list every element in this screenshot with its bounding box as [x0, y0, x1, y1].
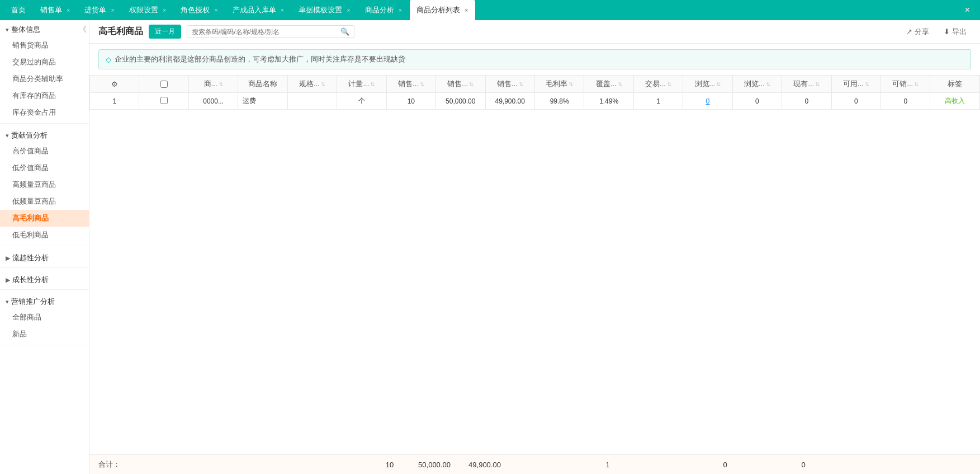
nav-tab-template_settings[interactable]: 单据模板设置×: [292, 0, 357, 20]
col-header-sale_cost[interactable]: 销售...⇅: [485, 76, 534, 93]
nav-tab-close-template_settings[interactable]: ×: [347, 7, 350, 13]
sort-icon-sale_amt[interactable]: ⇅: [469, 81, 474, 87]
nav-tab-purchase[interactable]: 进货单×: [78, 0, 121, 20]
sidebar-collapse-button[interactable]: 《: [79, 25, 87, 35]
info-banner: ◇ 企业的主要的利润都是这部分商品创造的，可考虑加大推广，同时关注库存是不要出现…: [98, 49, 971, 69]
col-header-saleable[interactable]: 可销...⇅: [881, 76, 930, 93]
sidebar-group-trend_analysis[interactable]: ▶流趋性分析: [0, 248, 89, 265]
row-checkbox-0[interactable]: [160, 97, 168, 104]
nav-tab-close-sales[interactable]: ×: [67, 7, 70, 13]
share-icon: ↗: [906, 27, 912, 36]
footer-cell-11: 1: [588, 461, 627, 469]
sort-icon-sale_cost[interactable]: ⇅: [519, 81, 523, 87]
home-tab[interactable]: 首页: [4, 0, 32, 20]
sidebar-item-analysis_assist[interactable]: 商品分类辅助率: [0, 71, 89, 87]
nav-tab-product_analysis[interactable]: 商品分析×: [358, 0, 409, 20]
search-input[interactable]: [192, 28, 340, 36]
nav-tab-close-product_entry[interactable]: ×: [281, 7, 284, 13]
col-header-spec[interactable]: 规格...⇅: [287, 76, 337, 93]
col-header-num[interactable]: ⚙: [90, 76, 139, 93]
nav-tab-sales[interactable]: 销售单×: [34, 0, 77, 20]
filter-recent-month-button[interactable]: 近一月: [149, 25, 181, 39]
search-box[interactable]: 🔍: [187, 25, 354, 38]
export-button[interactable]: ⬇ 导出: [939, 25, 971, 39]
col-header-cover[interactable]: 覆盖...⇅: [584, 76, 633, 93]
nav-tab-product_analysis_list[interactable]: 商品分析列表×: [410, 0, 475, 20]
col-header-check[interactable]: [139, 76, 188, 93]
cell-trade-0: 1: [633, 93, 683, 110]
sidebar-item-low_freq[interactable]: 低频量豆商品: [0, 193, 89, 210]
share-button[interactable]: ↗ 分享: [902, 25, 934, 39]
info-banner-text: 企业的主要的利润都是这部分商品创造的，可考虑加大推广，同时关注库存是不要出现缺货: [115, 54, 405, 64]
cell-spec-0: [287, 93, 337, 110]
sidebar-item-high_margin[interactable]: 高毛利商品: [0, 210, 89, 227]
sidebar-item-new_goods[interactable]: 新品: [0, 326, 89, 342]
col-header-name[interactable]: 商品名称: [238, 76, 287, 93]
col-label-unit: 计量...: [348, 79, 369, 89]
col-header-sale_amt[interactable]: 销售...⇅: [436, 76, 485, 93]
sidebar-item-traded_goods[interactable]: 交易过的商品: [0, 54, 89, 71]
nav-tab-close-role_permission[interactable]: ×: [214, 7, 217, 13]
content-header: 高毛利商品 近一月 🔍 ↗ 分享 ⬇ 导出: [89, 20, 980, 44]
settings-icon[interactable]: ⚙: [111, 80, 118, 88]
cell-sale_amt-0: 50,000.00: [436, 93, 485, 110]
sidebar-item-sales_goods[interactable]: 销售货商品: [0, 37, 89, 54]
nav-tab-label: 商品分析列表: [416, 5, 460, 15]
sort-icon-browse2[interactable]: ⇅: [766, 81, 770, 87]
sidebar-group-growth_analysis[interactable]: ▶成长性分析: [0, 270, 89, 287]
search-icon[interactable]: 🔍: [340, 27, 349, 36]
sidebar-group-asset_analysis[interactable]: ▾贡献值分析: [0, 126, 89, 143]
sidebar-group-marketing_analysis[interactable]: ▾营销推广分析: [0, 292, 89, 309]
browse-link[interactable]: 0: [706, 97, 709, 105]
sidebar-divider: [0, 123, 89, 124]
sidebar-item-high_value[interactable]: 高价值商品: [0, 143, 89, 159]
sidebar-item-low_value[interactable]: 低价值商品: [0, 159, 89, 176]
table-wrapper: ⚙商...⇅商品名称规格...⇅计量...⇅销售...⇅销售...⇅销售...⇅…: [89, 75, 980, 474]
col-header-stock2[interactable]: 可用...⇅: [831, 76, 880, 93]
sort-icon-gross_rate[interactable]: ⇅: [569, 81, 573, 87]
sidebar-divider: [0, 289, 89, 290]
sidebar-item-low_margin[interactable]: 低毛利商品: [0, 227, 89, 243]
nav-tab-product_entry[interactable]: 产成品入库单×: [226, 0, 291, 20]
nav-tab-close-permission_settings[interactable]: ×: [163, 7, 166, 13]
nav-tab-permission_settings[interactable]: 权限设置×: [122, 0, 173, 20]
sort-icon-stock1[interactable]: ⇅: [815, 81, 820, 87]
nav-tab-role_permission[interactable]: 角色授权×: [174, 0, 224, 20]
col-header-tag[interactable]: 标签: [930, 76, 980, 93]
col-label-sale_cost: 销售...: [497, 79, 518, 89]
select-all-checkbox[interactable]: [160, 81, 168, 88]
nav-tab-close-product_analysis_list[interactable]: ×: [465, 7, 468, 13]
col-header-code[interactable]: 商...⇅: [188, 76, 238, 93]
col-header-sale_qty[interactable]: 销售...⇅: [386, 76, 435, 93]
nav-tab-close-purchase[interactable]: ×: [111, 7, 114, 13]
col-header-browse2[interactable]: 浏览...⇅: [732, 76, 782, 93]
sort-icon-sale_qty[interactable]: ⇅: [420, 81, 424, 87]
col-header-unit[interactable]: 计量...⇅: [337, 76, 386, 93]
sort-icon-cover[interactable]: ⇅: [618, 81, 622, 87]
nav-tab-close-product_analysis[interactable]: ×: [399, 7, 402, 13]
col-header-browse1[interactable]: 浏览...⇅: [683, 76, 732, 93]
col-header-stock1[interactable]: 现有...⇅: [782, 76, 831, 93]
sidebar-item-high_freq[interactable]: 高频量豆商品: [0, 176, 89, 193]
cell-name-0: 运费: [238, 93, 287, 110]
cell-code-0[interactable]: 0000...: [188, 93, 238, 110]
sort-icon-browse1[interactable]: ⇅: [716, 81, 721, 87]
window-close-button[interactable]: ×: [959, 0, 976, 20]
sort-icon-saleable[interactable]: ⇅: [914, 81, 919, 87]
sort-icon-stock2[interactable]: ⇅: [865, 81, 869, 87]
sidebar-item-all_goods[interactable]: 全部商品: [0, 309, 89, 326]
footer-cell-8: 49,900.00: [460, 461, 510, 469]
col-label-cover: 覆盖...: [596, 79, 617, 89]
col-label-sale_amt: 销售...: [447, 79, 468, 89]
cell-browse1-0[interactable]: 0: [683, 93, 732, 110]
col-label-browse1: 浏览...: [695, 79, 716, 89]
sort-icon-code[interactable]: ⇅: [219, 81, 223, 87]
col-header-gross_rate[interactable]: 毛利率⇅: [534, 76, 584, 93]
sidebar-group-overall_info[interactable]: ▾整体信息: [0, 20, 89, 37]
col-header-trade[interactable]: 交易...⇅: [633, 76, 683, 93]
sort-icon-spec[interactable]: ⇅: [321, 81, 325, 87]
sort-icon-unit[interactable]: ⇅: [370, 81, 375, 87]
sidebar-item-inventory_goods[interactable]: 有库存的商品: [0, 87, 89, 104]
sort-icon-trade[interactable]: ⇅: [667, 81, 671, 87]
sidebar-item-inventory_capital[interactable]: 库存资金占用: [0, 104, 89, 121]
